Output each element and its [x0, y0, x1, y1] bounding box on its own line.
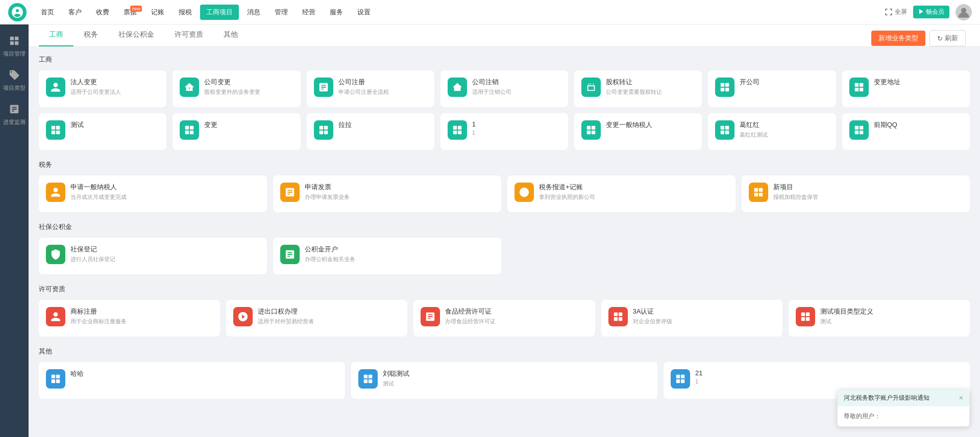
svg-rect-32 [592, 131, 595, 134]
card-公司变更[interactable]: 公司变更 股权变更外的业务变更 [173, 70, 300, 107]
tab-xuke[interactable]: 许可资质 [164, 24, 213, 46]
card-name-进出口权办理: 进出口权办理 [258, 307, 400, 316]
nav-ticket[interactable]: 票据 new [117, 5, 143, 20]
nav-management[interactable]: 管理 [268, 5, 294, 20]
svg-rect-43 [759, 188, 763, 192]
sidebar-item-project-management[interactable]: 项目管理 [0, 29, 29, 63]
sidebar-item-project-type[interactable]: 项目类型 [0, 63, 29, 97]
svg-rect-57 [56, 379, 60, 383]
card-info-公司注销: 公司注销 适用于注销公司 [472, 78, 561, 96]
card-3A认证[interactable]: 3A认证 对企业信誉评级 [601, 300, 782, 337]
card-测试项目类型定义[interactable]: 测试项目类型定义 测试 [789, 300, 970, 337]
card-税务报道记账[interactable]: 税务报道+记账 拿到营业执照的新公司 [507, 175, 736, 212]
shebao-cards: 社保登记 进行人员社保登记 公积金开户 办理公积金相关业务 [39, 238, 970, 274]
card-哈哈[interactable]: 哈哈 [39, 362, 345, 399]
notification-body: 尊敬的用户： [838, 406, 969, 426]
card-icon-法人变更 [46, 78, 65, 97]
svg-rect-62 [676, 375, 680, 378]
card-申请发票[interactable]: 申请发票 办理申请发票业务 [273, 175, 501, 212]
top-nav: 首页 客户 收费 票据 new 记账 报税 工商项目 消息 管理 经营 服务 设… [0, 0, 980, 24]
card-葛红红[interactable]: 葛红红 葛红红测试 [708, 113, 836, 150]
card-name-21: 21 [695, 369, 963, 377]
tab-gongshang[interactable]: 工商 [39, 24, 74, 46]
card-股权转让[interactable]: 股权转让 公司变更需要股权转让 [574, 70, 702, 107]
section-title-xuke: 许可资质 [39, 285, 970, 294]
card-拉拉[interactable]: 拉拉 [307, 113, 434, 150]
tab-qita[interactable]: 其他 [213, 24, 248, 46]
card-1[interactable]: 1 1 [440, 113, 568, 150]
card-info-食品经营许可证: 食品经营许可证 办理食品经营许可证 [445, 307, 587, 325]
svg-rect-58 [364, 375, 368, 378]
add-business-type-button[interactable]: 新增业务类型 [871, 31, 925, 46]
svg-rect-24 [324, 131, 327, 134]
svg-rect-36 [725, 131, 729, 134]
tab-shuiwu[interactable]: 税务 [74, 24, 108, 46]
card-前期QQ[interactable]: 前期QQ [842, 113, 970, 150]
card-name-公积金开户: 公积金开户 [305, 245, 494, 254]
card-变更一般纳税人[interactable]: 变更一般纳税人 [574, 113, 702, 150]
card-info-3A认证: 3A认证 对企业信誉评级 [633, 307, 775, 325]
svg-rect-49 [619, 317, 622, 321]
vip-button[interactable]: ▶ 畅会员 [913, 6, 949, 18]
card-公司注册[interactable]: 公司注册 申请公司注册全流程 [307, 70, 434, 107]
nav-operation[interactable]: 经营 [296, 5, 322, 20]
card-desc-申请一般纳税人: 当月或次月成变更完成 [70, 193, 260, 201]
card-食品经营许可证[interactable]: 食品经营许可证 办理食品经营许可证 [413, 300, 595, 337]
card-法人变更[interactable]: 法人变更 适用于公司变更法人 [39, 70, 166, 107]
nav-message[interactable]: 消息 [241, 5, 266, 20]
card-icon-申请一般纳税人 [46, 183, 65, 202]
user-avatar[interactable] [955, 4, 972, 20]
nav-gongshang[interactable]: 工商项目 [200, 5, 239, 20]
card-name-社保登记: 社保登记 [70, 245, 260, 254]
card-info-股权转让: 股权转让 公司变更需要股权转让 [606, 78, 695, 96]
shuiwu-cards: 申请一般纳税人 当月或次月成变更完成 申请发票 办理申请发票业务 [39, 175, 970, 212]
sidebar-label-project-type: 项目类型 [3, 84, 26, 92]
card-变更[interactable]: 变更 [173, 113, 300, 150]
card-申请一般纳税人[interactable]: 申请一般纳税人 当月或次月成变更完成 [39, 175, 267, 212]
card-社保登记[interactable]: 社保登记 进行人员社保登记 [39, 238, 267, 274]
sidebar-label-project-management: 项目管理 [3, 50, 26, 58]
card-icon-前期QQ [849, 120, 869, 140]
fullscreen-btn[interactable]: 全屏 [885, 8, 907, 16]
card-name-食品经营许可证: 食品经营许可证 [445, 307, 587, 316]
card-name-3A认证: 3A认证 [633, 307, 775, 316]
svg-rect-4 [15, 41, 18, 45]
card-开公司[interactable]: 开公司 [708, 70, 836, 107]
svg-rect-30 [592, 126, 595, 130]
notification-close-button[interactable]: × [959, 394, 963, 402]
nav-bookkeeping[interactable]: 记账 [145, 5, 170, 20]
fullscreen-label: 全屏 [895, 8, 907, 16]
card-icon-测试 [46, 120, 65, 140]
card-icon-申请发票 [280, 183, 300, 202]
card-测试[interactable]: 测试 [39, 113, 166, 150]
svg-rect-17 [185, 126, 189, 130]
nav-service[interactable]: 服务 [324, 5, 349, 20]
card-刘聪测试[interactable]: 刘聪测试 测试 [351, 362, 657, 399]
card-info-申请一般纳税人: 申请一般纳税人 当月或次月成变更完成 [70, 183, 260, 201]
card-公积金开户[interactable]: 公积金开户 办理公积金相关业务 [273, 238, 501, 274]
svg-rect-33 [721, 126, 724, 130]
card-商标注册[interactable]: 商标注册 用于企业商标注册服务 [39, 300, 220, 337]
card-info-哈哈: 哈哈 [70, 369, 338, 380]
nav-tax[interactable]: 报税 [173, 5, 198, 20]
nav-fee[interactable]: 收费 [90, 5, 115, 20]
sidebar-item-progress[interactable]: 进度监测 [0, 97, 29, 131]
card-进出口权办理[interactable]: 进出口权办理 适用于对外贸易经营者 [226, 300, 407, 337]
nav-settings[interactable]: 设置 [351, 5, 377, 20]
card-desc-商标注册: 用于企业商标注册服务 [70, 318, 213, 325]
svg-rect-16 [56, 131, 60, 134]
card-新项目[interactable]: 新项目 报税加税控盘保管 [742, 175, 970, 212]
nav-home[interactable]: 首页 [35, 5, 60, 20]
sidebar: 项目管理 项目类型 进度监测 [0, 24, 29, 437]
svg-rect-27 [453, 131, 457, 134]
card-info-变更一般纳税人: 变更一般纳税人 [606, 120, 695, 131]
svg-rect-11 [854, 88, 858, 91]
refresh-button[interactable]: ↻ 刷新 [929, 30, 966, 46]
svg-rect-60 [364, 379, 368, 383]
tab-shebao[interactable]: 社保公积金 [108, 24, 164, 46]
card-公司注销[interactable]: 公司注销 适用于注销公司 [440, 70, 568, 107]
nav-customer[interactable]: 客户 [62, 5, 88, 20]
card-name-变更地址: 变更地址 [874, 78, 963, 87]
card-变更地址[interactable]: 变更地址 [842, 70, 970, 107]
card-icon-社保登记 [46, 245, 65, 264]
